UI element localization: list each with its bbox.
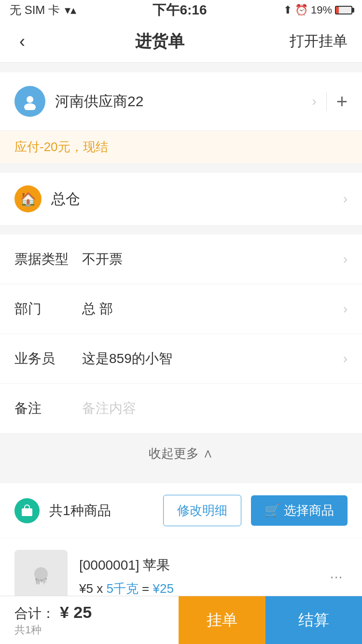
supplier-name: 河南供应商22: [55, 92, 312, 112]
sales-rep-value: 这是859的小智: [82, 350, 338, 368]
remarks-input[interactable]: 备注内容: [82, 399, 348, 418]
product-thumbnail: 鲁牛: [14, 550, 68, 603]
collapse-toggle[interactable]: 收起更多 ∧: [0, 434, 362, 474]
section-gap-2: [0, 163, 362, 173]
supplier-section: 河南供应商22 › + 应付-20元，现结: [0, 72, 362, 163]
sim-label: 无 SIM 卡: [10, 2, 60, 18]
product-name: [0000001] 苹果: [79, 556, 325, 574]
product-info: [0000001] 苹果 ¥5 x 5千克 = ¥25: [79, 556, 325, 597]
status-bar: 无 SIM 卡 ▾▴ 下午6:16 ⬆ ⏰ 19%: [0, 0, 362, 20]
nav-bar: ‹ 进货单 打开挂单: [0, 20, 362, 63]
department-chevron-icon: ›: [343, 301, 348, 317]
location-icon: ⬆: [283, 4, 292, 16]
product-price: ¥5 x 5千克 = ¥25: [79, 580, 325, 597]
supplier-avatar: [14, 86, 45, 117]
battery-percent: 19%: [311, 4, 332, 16]
section-gap-1: [0, 63, 362, 72]
warehouse-name: 总仓: [51, 189, 343, 209]
status-bar-left: 无 SIM 卡 ▾▴: [10, 2, 76, 18]
invoice-type-value: 不开票: [82, 250, 338, 268]
sales-rep-row[interactable]: 业务员 这是859的小智 ›: [0, 334, 362, 384]
warehouse-chevron-icon: ›: [343, 191, 348, 207]
checkout-button[interactable]: 结算: [265, 596, 362, 644]
total-label-text: 合计：: [14, 604, 55, 623]
svg-point-0: [27, 96, 33, 103]
section-gap-3: [0, 225, 362, 235]
invoice-type-label: 票据类型: [14, 250, 82, 268]
products-bag-icon: [14, 498, 40, 523]
total-amount: ¥ 25: [60, 603, 92, 622]
add-supplier-button[interactable]: +: [336, 91, 348, 112]
warehouse-icon: 🏠: [14, 185, 42, 212]
hang-order-button[interactable]: 挂单: [179, 596, 265, 644]
total-label-row: 合计： ¥ 25: [14, 603, 164, 623]
vertical-divider: [326, 92, 327, 111]
bottom-bar: 合计： ¥ 25 共1种 挂单 结算: [0, 596, 362, 644]
page-title: 进货单: [135, 30, 184, 53]
notice-bar: 应付-20元，现结: [0, 131, 362, 163]
warehouse-row[interactable]: 🏠 总仓 ›: [0, 173, 362, 225]
total-sub-text: 共1种: [14, 623, 164, 637]
remarks-label: 备注: [14, 399, 82, 418]
svg-rect-2: [22, 508, 32, 516]
svg-point-1: [24, 103, 36, 110]
select-product-button[interactable]: 🛒 选择商品: [251, 495, 348, 526]
wifi-icon: ▾▴: [65, 3, 76, 17]
department-row[interactable]: 部门 总 部 ›: [0, 284, 362, 334]
svg-text:鲁牛: 鲁牛: [35, 578, 47, 585]
invoice-type-chevron-icon: ›: [343, 252, 348, 267]
products-count-text: 共1种商品: [49, 502, 153, 520]
alarm-icon: ⏰: [295, 4, 308, 16]
status-bar-right: ⬆ ⏰ 19%: [283, 4, 352, 16]
open-hang-button[interactable]: 打开挂单: [290, 31, 348, 51]
supplier-chevron-icon: ›: [312, 94, 316, 109]
edit-detail-button[interactable]: 修改明细: [163, 495, 241, 526]
department-value: 总 部: [82, 300, 338, 318]
back-button[interactable]: ‹: [14, 27, 30, 56]
department-label: 部门: [14, 300, 82, 318]
sales-rep-label: 业务员: [14, 350, 82, 368]
products-header: 共1种商品 修改明细 🛒 选择商品: [0, 483, 362, 538]
sales-rep-chevron-icon: ›: [343, 351, 348, 366]
status-time: 下午6:16: [153, 1, 207, 19]
cart-icon: 🛒: [265, 503, 280, 518]
total-section: 合计： ¥ 25 共1种: [0, 596, 179, 644]
form-section: 票据类型 不开票 › 部门 总 部 › 业务员 这是859的小智 › 备注 备注…: [0, 235, 362, 434]
product-more-button[interactable]: ···: [325, 563, 348, 590]
invoice-type-row[interactable]: 票据类型 不开票 ›: [0, 235, 362, 284]
remarks-row[interactable]: 备注 备注内容: [0, 384, 362, 434]
battery-icon: [335, 6, 352, 14]
supplier-row[interactable]: 河南供应商22 › +: [0, 72, 362, 131]
section-gap-4: [0, 474, 362, 483]
